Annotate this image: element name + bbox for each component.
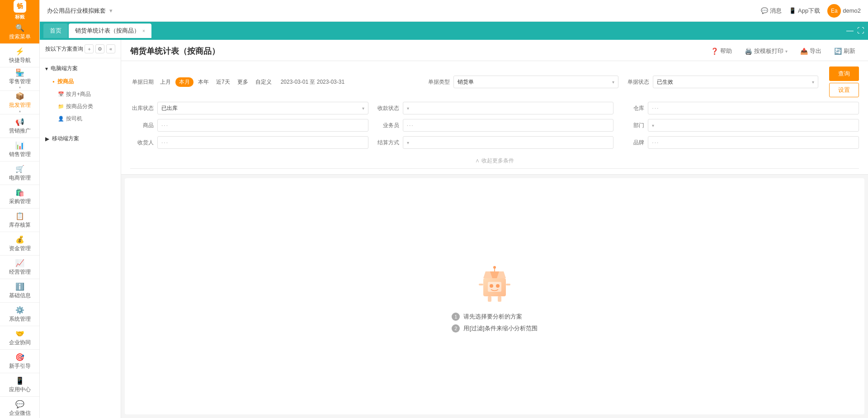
tab-report-label: 销货单统计表（按商品） xyxy=(75,27,140,35)
chevron-down-icon: ▾ xyxy=(407,106,409,111)
filter-desktop-group[interactable]: ▾ 电脑端方案 xyxy=(40,62,121,75)
payment-status-select[interactable]: ▾ xyxy=(403,102,614,114)
date-tab-custom[interactable]: 自定义 xyxy=(253,77,274,87)
message-label: 消息 xyxy=(770,7,782,15)
sidebar-item-purchase[interactable]: 🛍️ 采购管理 xyxy=(0,185,39,209)
tab-fullscreen-icon[interactable]: ⛶ xyxy=(857,27,864,35)
filter-item-by-product[interactable]: ● 按商品 xyxy=(40,75,121,88)
sidebar-item-appcenter[interactable]: 📱 应用中心 xyxy=(0,373,39,397)
help-label: 帮助 xyxy=(720,47,732,55)
sidebar-item-basic[interactable]: ℹ️ 基础信息 xyxy=(0,279,39,303)
salesperson-input[interactable]: ··· xyxy=(403,119,614,132)
brand-input[interactable]: ··· xyxy=(648,136,859,149)
sidebar-item-search[interactable]: 🔍 搜索菜单 xyxy=(0,20,39,44)
industry-dropdown-icon[interactable]: ▾ xyxy=(109,7,113,14)
tab-close-icon[interactable]: × xyxy=(142,28,145,33)
sidebar-item-wholesale[interactable]: 📦 批发管理 ▴ xyxy=(0,91,39,114)
search-icon: 🔍 xyxy=(15,24,24,32)
print-dropdown-icon[interactable]: ▾ xyxy=(785,49,788,54)
settlement-select[interactable]: ▾ xyxy=(403,136,614,149)
dots-icon: ··· xyxy=(161,139,169,146)
doc-type-select[interactable]: 销货单 ▾ xyxy=(453,76,619,88)
export-button[interactable]: 📤 导出 xyxy=(797,45,825,57)
sidebar-item-system[interactable]: ⚙️ 系统管理 xyxy=(0,303,39,326)
filter-settings-button[interactable]: ⚙ xyxy=(95,44,104,53)
recipient-input[interactable]: ··· xyxy=(157,136,368,149)
export-label: 导出 xyxy=(810,47,821,55)
filter-subitem-by-product-category[interactable]: 📁 按商品分类 xyxy=(40,100,121,113)
date-tab-more[interactable]: 更多 xyxy=(235,77,251,87)
finance-icon: 💰 xyxy=(15,235,24,244)
doc-status-select[interactable]: 已生效 ▾ xyxy=(653,76,818,88)
doc-status-field: 单据状态 已生效 ▾ xyxy=(626,76,818,88)
sidebar-item-quick-nav[interactable]: ⚡ 快捷导航 xyxy=(0,44,39,67)
filter-subitem-by-scanner[interactable]: 👤 按司机 xyxy=(40,113,121,125)
sidebar-item-marketing[interactable]: 📢 营销推广 xyxy=(0,114,39,138)
department-select[interactable]: ▾ xyxy=(648,119,859,132)
sidebar-item-label: 资金管理 xyxy=(9,245,31,252)
out-status-value: 已出库 xyxy=(161,104,178,112)
chevron-down-icon: ▾ xyxy=(812,80,814,85)
date-tab-this-month[interactable]: 本月 xyxy=(175,77,193,87)
folder-icon: 📁 xyxy=(58,104,64,109)
empty-state: 1 请先选择要分析的方案 2 用[过滤]条件来缩小分析范围 xyxy=(125,178,864,414)
query-button[interactable]: 查询 xyxy=(829,66,859,81)
sidebar-item-wechat[interactable]: 💬 企业微信 xyxy=(0,397,39,418)
filter-subitem-label: 按商品分类 xyxy=(66,103,93,110)
chevron-down-icon: ▾ xyxy=(407,140,409,145)
tab-report[interactable]: 销货单统计表（按商品） × xyxy=(69,24,151,38)
filter-collapse-button[interactable]: « xyxy=(106,44,115,53)
sidebar-item-sales[interactable]: 📊 销售管理 xyxy=(0,138,39,162)
form-row-4: 收货人 ··· 结算方式 ▾ 品牌 ··· xyxy=(130,136,859,149)
product-input[interactable]: ··· xyxy=(157,119,368,132)
sidebar-item-label: 新手引导 xyxy=(9,362,31,370)
filter-desktop-section: ▾ 电脑端方案 ● 按商品 📅 按月+商品 📁 按商品分类 👤 按司机 xyxy=(40,58,121,128)
app-download-button[interactable]: 📱 App下载 xyxy=(789,7,820,15)
sidebar-item-operation[interactable]: 📈 经营管理 xyxy=(0,256,39,279)
tab-minimize-icon[interactable]: — xyxy=(846,27,854,35)
sidebar-item-newbie[interactable]: 🎯 新手引导 xyxy=(0,350,39,373)
help-button[interactable]: ❓ 帮助 xyxy=(707,45,736,57)
sales-icon: 📊 xyxy=(15,141,24,150)
system-icon: ⚙️ xyxy=(15,306,24,314)
inventory-icon: 📋 xyxy=(15,212,24,220)
recipient-label: 收货人 xyxy=(130,139,154,147)
warehouse-input[interactable]: ··· xyxy=(648,102,859,114)
calendar-icon: 📅 xyxy=(58,91,64,97)
avatar: Ea xyxy=(827,4,841,18)
sidebar-item-finance[interactable]: 💰 资金管理 xyxy=(0,232,39,256)
sidebar-item-ecommerce[interactable]: 🛒 电商管理 xyxy=(0,162,39,185)
filter-mobile-group[interactable]: ▶ 移动端方案 xyxy=(40,132,121,145)
svg-rect-8 xyxy=(488,296,491,302)
message-button[interactable]: 💬 消息 xyxy=(761,7,782,15)
date-tab-this-year[interactable]: 本年 xyxy=(195,77,212,87)
svg-rect-9 xyxy=(498,296,501,302)
collapse-label: ∧ 收起更多条件 xyxy=(475,157,514,165)
wholesale-icon: 📦 xyxy=(15,92,24,100)
date-tab-7days[interactable]: 近7天 xyxy=(213,77,233,87)
message-icon: 💬 xyxy=(761,7,768,14)
date-tab-last-month[interactable]: 上月 xyxy=(157,77,174,87)
sidebar-item-label: 搜索菜单 xyxy=(9,33,31,41)
settings-button[interactable]: 设置 xyxy=(829,83,859,97)
username: demo2 xyxy=(843,7,861,14)
sidebar-item-enterprise[interactable]: 🤝 企业协同 xyxy=(0,326,39,350)
print-button[interactable]: 🖨️ 按模板打印 ▾ xyxy=(741,45,791,57)
svg-point-3 xyxy=(496,284,500,288)
sidebar-item-inventory[interactable]: 📋 库存核算 xyxy=(0,209,39,232)
query-form: 单据日期 上月 本月 本年 近7天 更多 自定义 2023-03-01 至 20… xyxy=(121,61,868,175)
filter-add-button[interactable]: ＋ xyxy=(85,44,94,53)
collapse-bar[interactable]: ∧ 收起更多条件 xyxy=(130,153,859,169)
chevron-up-icon: ▴ xyxy=(19,109,21,113)
sidebar-item-retail[interactable]: 🏪 零售管理 ▾ xyxy=(0,67,39,91)
purchase-icon: 🛍️ xyxy=(15,188,24,197)
person-icon: 👤 xyxy=(58,116,64,122)
svg-rect-1 xyxy=(488,282,501,292)
user-profile[interactable]: Ea demo2 xyxy=(827,4,861,18)
filter-subitem-by-month-product[interactable]: 📅 按月+商品 xyxy=(40,88,121,100)
tab-home[interactable]: 首页 xyxy=(43,24,68,38)
top-header: 办公用品行业模拟账套 ▾ 💬 消息 📱 App下载 Ea demo2 xyxy=(40,0,868,22)
sidebar-item-label: 企业协同 xyxy=(9,339,31,347)
refresh-button[interactable]: 🔄 刷新 xyxy=(830,45,859,57)
out-status-select[interactable]: 已出库 ▾ xyxy=(157,102,368,114)
